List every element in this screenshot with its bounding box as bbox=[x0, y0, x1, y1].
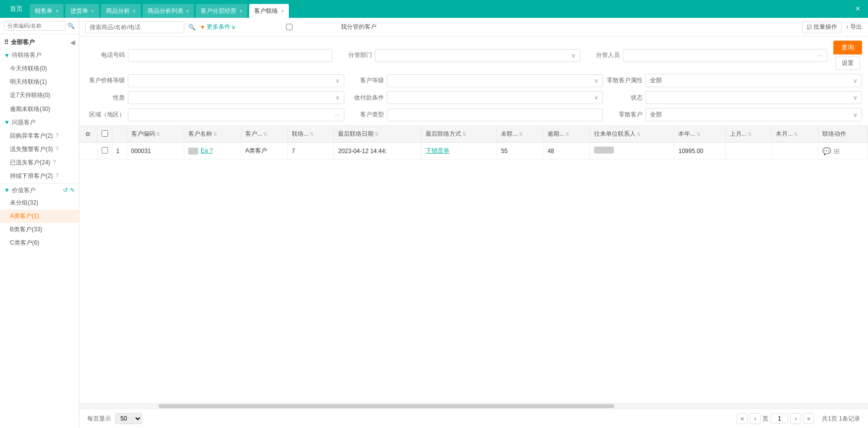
customer-level-select[interactable]: ∨ bbox=[387, 74, 603, 87]
not-contacted-column-header[interactable]: 未联...⇅ bbox=[497, 126, 543, 143]
checkbox-column-header[interactable] bbox=[97, 126, 112, 143]
tab-close[interactable]: × bbox=[91, 8, 94, 14]
search-input[interactable] bbox=[85, 21, 184, 33]
price-level-label: 客户价格等级 bbox=[85, 76, 125, 85]
top-navigation: 首页 销售单 × 进货单 × 商品分析 × 商品分析列表 × 客户分层经营 × … bbox=[0, 0, 868, 18]
contact-column-header[interactable]: 联络...⇅ bbox=[287, 126, 334, 143]
select-all-checkbox[interactable] bbox=[102, 130, 108, 137]
last-month-column-header[interactable]: 上月...⇅ bbox=[725, 126, 772, 143]
customer-name[interactable]: Ea ? bbox=[201, 147, 213, 154]
tab-sales-order[interactable]: 销售单 × bbox=[30, 4, 63, 18]
sort-icon: ⇅ bbox=[462, 131, 466, 137]
tab-customer-segmentation[interactable]: 客户分层经营 × bbox=[196, 4, 247, 18]
tab-label: 进货单 bbox=[70, 7, 88, 15]
sidebar-search-icon[interactable]: 🔍 bbox=[67, 22, 75, 29]
row-checkbox-cell[interactable] bbox=[97, 143, 112, 160]
refresh-icon[interactable]: ↺ bbox=[63, 187, 68, 194]
retail-attr-select[interactable]: 全部∨ bbox=[646, 74, 862, 87]
retail-customer-select[interactable]: 全部∨ bbox=[646, 108, 862, 121]
sidebar-collapse-icon[interactable]: ◀ bbox=[70, 39, 75, 46]
settings-button[interactable]: 设置 bbox=[835, 56, 860, 70]
sidebar-search-input[interactable] bbox=[4, 21, 65, 31]
name-column-header[interactable]: 客户名称⇅ bbox=[184, 126, 241, 143]
overdue-cell: 48 bbox=[543, 143, 590, 160]
status-select[interactable]: ∨ bbox=[646, 91, 862, 104]
last-contact-way-column-header[interactable]: 最后联络方式⇅ bbox=[422, 126, 497, 143]
batch-label: 批量操作 bbox=[814, 23, 837, 31]
phone-input[interactable] bbox=[128, 49, 332, 62]
more-filters-button[interactable]: ▼ 更多条件 ∨ bbox=[200, 23, 236, 31]
scrollbar-thumb[interactable] bbox=[159, 404, 614, 408]
sidebar-item-today-contact[interactable]: 今天待联络(0) bbox=[0, 62, 79, 75]
dept-select[interactable]: ∨ bbox=[375, 49, 580, 62]
nav-home[interactable]: 首页 bbox=[4, 0, 29, 18]
unit-contact-column-header[interactable]: 往来单位联系人⇅ bbox=[590, 126, 674, 143]
sidebar-item-tomorrow-contact[interactable]: 明天待联络(1) bbox=[0, 75, 79, 89]
sidebar-item-repurchase-anomaly[interactable]: 回购异常客户(2) ? bbox=[0, 129, 79, 143]
per-page-select[interactable]: 50 100 200 bbox=[115, 413, 142, 424]
code-column-header[interactable]: 客户编码⇅ bbox=[127, 126, 184, 143]
tab-close[interactable]: × bbox=[239, 8, 242, 14]
section-problem-customers[interactable]: ▼ 问题客户 bbox=[0, 116, 79, 129]
tab-label: 销售单 bbox=[35, 7, 53, 15]
search-icon[interactable]: 🔍 bbox=[188, 24, 196, 31]
all-customers-header[interactable]: ⠿ 全部客户 ◀ bbox=[0, 34, 79, 49]
prev-page-button[interactable]: ‹ bbox=[750, 413, 760, 424]
filter-cell-status: 状态 ∨ bbox=[603, 91, 862, 104]
section-label: 价值客户 bbox=[12, 186, 36, 195]
query-button[interactable]: 查询 bbox=[833, 41, 862, 54]
grid-icon[interactable]: ⊞ bbox=[834, 147, 840, 155]
tab-product-analysis-list[interactable]: 商品分析列表 × bbox=[143, 4, 194, 18]
tab-close[interactable]: × bbox=[133, 8, 136, 14]
tab-close[interactable]: × bbox=[55, 8, 58, 14]
tab-purchase-order[interactable]: 进货单 × bbox=[65, 4, 99, 18]
sidebar-item-declining[interactable]: 持续下滑客户(2) ? bbox=[0, 169, 79, 183]
export-button[interactable]: ↑ 导出 bbox=[846, 23, 862, 31]
region-input[interactable]: ··· bbox=[128, 108, 344, 121]
next-page-button[interactable]: › bbox=[790, 413, 801, 424]
sidebar-item-churn-warning[interactable]: 流失预警客户(3) ? bbox=[0, 143, 79, 156]
section-pending-contact[interactable]: ▼ 待联络客户 bbox=[0, 49, 79, 62]
edit-icon[interactable]: ✎ bbox=[70, 187, 75, 194]
sidebar-item-c-class[interactable]: C类客户(6) bbox=[0, 236, 79, 250]
horizontal-scrollbar[interactable] bbox=[79, 403, 868, 409]
row-checkbox[interactable] bbox=[102, 147, 108, 154]
tab-close[interactable]: × bbox=[281, 8, 284, 14]
last-contact-way-link[interactable]: 下销货单 bbox=[426, 147, 449, 154]
overdue-column-header[interactable]: 逾期...⇅ bbox=[543, 126, 590, 143]
tab-product-analysis[interactable]: 商品分析 × bbox=[101, 4, 141, 18]
gear-column-header[interactable]: ⚙ bbox=[79, 126, 97, 143]
sidebar-item-a-class[interactable]: A类客户(1) bbox=[0, 210, 79, 223]
batch-operation-button[interactable]: ☑ 批量操作 bbox=[802, 21, 842, 33]
chevron-down-icon: ∨ bbox=[853, 94, 858, 101]
name-cell: Ea ? bbox=[184, 143, 241, 160]
filter-cell-retail-customer: 零散客户 全部∨ bbox=[603, 108, 862, 121]
page-number-input[interactable] bbox=[770, 414, 788, 424]
tab-close[interactable]: × bbox=[186, 8, 189, 14]
tab-customer-contact[interactable]: 客户联络 × bbox=[249, 4, 289, 18]
price-level-select[interactable]: ∨ bbox=[128, 74, 344, 87]
customer-type-input[interactable] bbox=[387, 108, 603, 121]
sidebar-item-b-class[interactable]: B类客户(33) bbox=[0, 223, 79, 236]
first-page-button[interactable]: « bbox=[737, 413, 748, 424]
type-column-header[interactable]: 客户...⇅ bbox=[241, 126, 287, 143]
manager-input[interactable]: ··· bbox=[623, 49, 827, 62]
gear-icon[interactable]: ⚙ bbox=[85, 131, 91, 138]
sidebar-item-7days-contact[interactable]: 近7天待联络(0) bbox=[0, 89, 79, 102]
window-close-button[interactable]: × bbox=[852, 4, 864, 13]
customer-table: ⚙ 客户编码⇅ 客户名称⇅ 客户...⇅ bbox=[79, 126, 868, 160]
sort-icon: ⇅ bbox=[213, 131, 217, 137]
sidebar-item-ungrouped[interactable]: 未分组(32) bbox=[0, 196, 79, 210]
sidebar-item-overdue-contact[interactable]: 逾期未联络(30) bbox=[0, 103, 79, 116]
my-customers-filter[interactable]: 我分管的客户 bbox=[240, 23, 377, 31]
last-contact-date-column-header[interactable]: 最后联络日期⇅ bbox=[334, 126, 422, 143]
comment-icon[interactable]: 💬 bbox=[822, 147, 831, 155]
last-contact-way-cell[interactable]: 下销货单 bbox=[422, 143, 497, 160]
payment-select[interactable]: ∨ bbox=[387, 91, 603, 104]
this-year-column-header[interactable]: 本年...⇅ bbox=[674, 126, 725, 143]
sidebar-item-churned[interactable]: 已流失客户(24) ? bbox=[0, 156, 79, 169]
last-page-button[interactable]: » bbox=[803, 413, 814, 424]
my-customers-checkbox[interactable] bbox=[240, 24, 339, 30]
nature-select[interactable]: ∨ bbox=[128, 91, 344, 104]
this-month-column-header[interactable]: 本月...⇅ bbox=[772, 126, 818, 143]
